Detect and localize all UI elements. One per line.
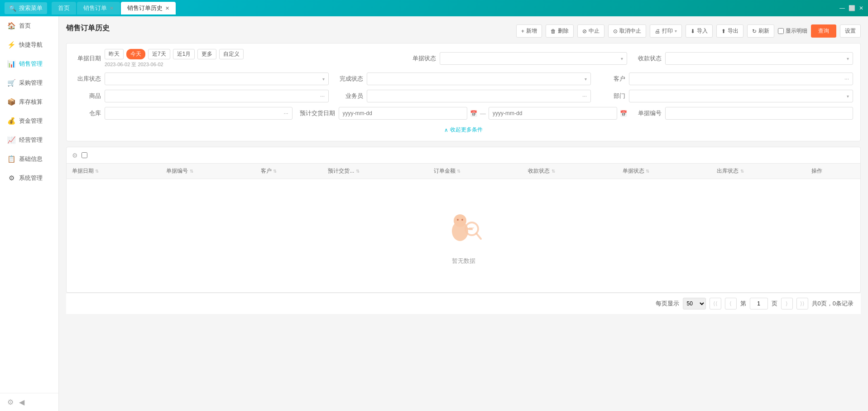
print-arrow-icon: ▾ <box>675 29 677 34</box>
col-out-status-sort-icon[interactable]: ⇅ <box>740 169 744 174</box>
pagination: 每页显示 50 100 200 ⟨⟨ ⟨ 第 页 ⟩ ⟩⟩ 共0页，0条记录 <box>66 293 861 314</box>
filter-complete-status: 完成状态 ▾ <box>336 73 591 85</box>
stop-label: 中止 <box>589 27 599 35</box>
goods-select[interactable]: ··· <box>105 90 329 102</box>
data-table: 单据日期 ⇅ 单据编号 ⇅ 客户 ⇅ 预计交货... <box>67 164 860 179</box>
table-select-all-checkbox[interactable] <box>82 152 87 158</box>
salesman-select[interactable]: ··· <box>367 90 591 102</box>
print-button[interactable]: 🖨 打印 ▾ <box>650 24 682 38</box>
sidebar-item-operation[interactable]: 📈 经营管理 <box>0 131 58 150</box>
export-button[interactable]: ⬆ 导出 <box>716 24 743 38</box>
prev-page-btn[interactable]: ⟨ <box>725 298 737 309</box>
bill-status-select[interactable]: ▾ <box>440 52 628 65</box>
sidebar-item-home[interactable]: 🏠 首页 <box>0 16 58 35</box>
tab-sales-order-history[interactable]: 销售订单历史 ✕ <box>121 2 176 15</box>
sidebar-item-finance[interactable]: 💰 资金管理 <box>0 111 58 131</box>
next-page-btn[interactable]: ⟩ <box>781 298 793 309</box>
tab-sales-order[interactable]: 销售订单 ✕ <box>77 2 120 15</box>
first-page-btn[interactable]: ⟨⟨ <box>710 298 721 309</box>
per-page-select[interactable]: 50 100 200 <box>683 298 706 309</box>
date-btn-1month[interactable]: 近1月 <box>173 49 195 59</box>
settings-button[interactable]: 设置 <box>840 24 861 38</box>
sidebar-collapse-icon[interactable]: ◀ <box>19 398 24 406</box>
delete-label: 删除 <box>558 27 569 35</box>
page-number-input[interactable] <box>750 298 768 309</box>
sales-icon: 📊 <box>7 60 15 68</box>
sidebar-item-inventory[interactable]: 📦 库存核算 <box>0 92 58 111</box>
salesman-label: 业务员 <box>336 92 363 100</box>
finance-icon: 💰 <box>7 117 15 125</box>
restore-btn[interactable]: ⬜ <box>849 5 855 11</box>
sidebar-item-basic-info[interactable]: 📋 基础信息 <box>0 150 58 169</box>
sidebar-settings-icon[interactable]: ⚙ <box>7 398 14 406</box>
close-btn[interactable]: ✕ <box>859 5 863 11</box>
collapse-btn[interactable]: ∧ 收起更多条件 <box>444 126 483 134</box>
last-page-btn[interactable]: ⟩⟩ <box>796 298 808 309</box>
delete-button[interactable]: 🗑 删除 <box>546 24 574 38</box>
tab-sales-order-history-close[interactable]: ✕ <box>165 5 169 11</box>
date-filter-btns: 昨天 今天 近7天 近1月 更多 自定义 <box>105 49 244 59</box>
tab-sales-order-history-label: 销售订单历史 <box>127 4 163 12</box>
customer-dots-icon[interactable]: ··· <box>844 76 849 82</box>
col-date: 单据日期 ⇅ <box>67 164 161 179</box>
sidebar-item-sys[interactable]: ⚙ 系统管理 <box>0 169 58 188</box>
col-action: 操作 <box>806 164 860 179</box>
col-expected-delivery-sort-icon[interactable]: ⇅ <box>356 169 360 174</box>
col-amount: 订单金额 ⇅ <box>428 164 523 179</box>
sidebar-item-quick-nav[interactable]: ⚡ 快捷导航 <box>0 35 58 54</box>
stop-button[interactable]: ⊘ 中止 <box>577 24 604 38</box>
expected-date-to-input[interactable] <box>489 107 617 120</box>
col-payment-status-sort-icon[interactable]: ⇅ <box>551 169 555 174</box>
sys-icon: ⚙ <box>7 174 15 182</box>
import-button[interactable]: ⬇ 导入 <box>686 24 713 38</box>
col-amount-sort-icon[interactable]: ⇅ <box>457 169 460 174</box>
date-btn-today[interactable]: 今天 <box>126 49 145 59</box>
salesman-dots-icon[interactable]: ··· <box>582 93 587 99</box>
total-records-label: 共0页，0条记录 <box>812 300 854 308</box>
show-detail-checkbox-label[interactable]: 显示明细 <box>778 27 807 35</box>
sidebar-item-purchase-label: 采购管理 <box>19 79 43 87</box>
operation-icon: 📈 <box>7 136 15 144</box>
calendar-from-icon[interactable]: 📅 <box>470 110 477 117</box>
table-settings-icon[interactable]: ⚙ <box>72 152 78 159</box>
out-status-select[interactable]: ▾ <box>105 73 329 85</box>
goods-dots-icon[interactable]: ··· <box>320 93 325 99</box>
bill-no-input[interactable] <box>665 107 853 120</box>
col-bill-no-sort-icon[interactable]: ⇅ <box>190 169 193 174</box>
refresh-button[interactable]: ↻ 刷新 <box>747 24 774 38</box>
bill-no-label: 单据编号 <box>634 109 662 117</box>
warehouse-dots-icon[interactable]: ··· <box>284 110 288 116</box>
date-btn-7days[interactable]: 近7天 <box>148 49 170 59</box>
col-customer-sort-icon[interactable]: ⇅ <box>273 169 277 174</box>
minimize-btn[interactable]: — <box>839 5 845 11</box>
svg-line-5 <box>476 233 481 239</box>
calendar-to-icon[interactable]: 📅 <box>620 110 627 117</box>
filter-dept: 部门 ▾ <box>598 90 853 102</box>
date-btn-more[interactable]: 更多 <box>197 49 216 59</box>
tab-sales-order-close[interactable]: ✕ <box>110 5 114 11</box>
warehouse-select[interactable]: ··· <box>105 107 293 120</box>
date-btn-custom[interactable]: 自定义 <box>219 49 244 59</box>
complete-status-chevron: ▾ <box>585 77 587 82</box>
sidebar-item-sales-label: 销售管理 <box>19 60 43 68</box>
search-menu-btn[interactable]: 🔍 搜索菜单 <box>5 2 47 14</box>
tab-home[interactable]: 首页 <box>52 2 76 15</box>
sidebar-item-sales[interactable]: 📊 销售管理 <box>0 54 58 73</box>
payment-status-select[interactable]: ▾ <box>665 52 853 65</box>
dept-select[interactable]: ▾ <box>629 90 853 102</box>
add-button[interactable]: + 新增 <box>516 24 542 38</box>
search-icon: 🔍 <box>9 5 16 12</box>
sidebar: 🏠 首页 ⚡ 快捷导航 📊 销售管理 🛒 采购管理 📦 库存核算 💰 资金管理 … <box>0 16 59 411</box>
query-button[interactable]: 查询 <box>811 24 836 38</box>
date-btn-yesterday[interactable]: 昨天 <box>105 49 124 59</box>
sidebar-item-purchase[interactable]: 🛒 采购管理 <box>0 73 58 92</box>
col-date-sort-icon[interactable]: ⇅ <box>95 169 99 174</box>
complete-status-select[interactable]: ▾ <box>367 73 591 85</box>
show-detail-checkbox[interactable] <box>778 28 784 34</box>
customer-select[interactable]: ··· <box>629 73 853 85</box>
col-expected-delivery-label: 预计交货... <box>328 168 354 174</box>
cancel-stop-button[interactable]: ⊙ 取消中止 <box>608 24 646 38</box>
col-bill-status-sort-icon[interactable]: ⇅ <box>646 169 649 174</box>
col-payment-status-label: 收款状态 <box>528 168 550 174</box>
expected-date-from-input[interactable] <box>339 107 467 120</box>
